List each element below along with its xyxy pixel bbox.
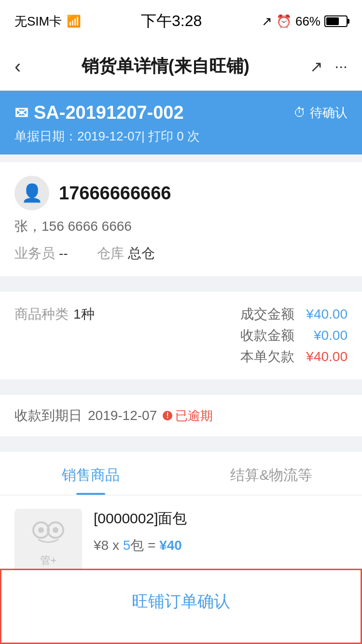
equals-sign: = (148, 538, 155, 553)
product-logo-icon (29, 518, 68, 551)
product-total: ¥40 (159, 538, 182, 553)
multiply-sign: x (112, 538, 119, 553)
product-unit: 包 (130, 538, 144, 553)
owed-amount-row: 本单欠款 ¥40.00 (240, 348, 348, 366)
summary-card: 商品种类 1种 成交金额 ¥40.00 收款金额 ¥0.00 本单欠款 ¥40.… (0, 292, 362, 379)
category-info: 商品种类 1种 (14, 305, 95, 323)
product-title: 面包 (158, 510, 187, 526)
avatar-icon: 👤 (21, 183, 43, 203)
order-id-text: SA-20191207-002 (34, 102, 184, 123)
tab-sales-label: 销售商品 (62, 467, 120, 483)
alarm-icon: ⏰ (276, 14, 292, 29)
order-date-row: 单据日期：2019-12-07| 打印 0 次 (14, 128, 348, 145)
battery-text: 66% (295, 14, 320, 29)
location-icon: ↗ (262, 14, 272, 29)
print-info: | 打印 0 次 (141, 129, 200, 143)
svg-point-2 (38, 527, 44, 533)
tabs-row: 销售商品 结算&物流等 (0, 452, 362, 495)
product-name: [0000002]面包 (94, 509, 187, 529)
confirm-button-container: 旺铺订单确认 (0, 569, 362, 644)
customer-meta: 业务员 -- 仓库 总仓 (14, 244, 348, 263)
svg-point-3 (53, 527, 58, 533)
due-date-card: 收款到期日 2019-12-07 ! 已逾期 (0, 395, 362, 436)
product-price: ¥8 x 5包 = ¥40 (94, 536, 187, 555)
deal-amount-value: ¥40.00 (299, 307, 348, 322)
product-code: [0000002] (94, 510, 158, 526)
category-value: 1种 (73, 305, 95, 323)
divider-3 (0, 436, 362, 444)
product-info: [0000002]面包 ¥8 x 5包 = ¥40 (94, 509, 187, 555)
tab-settlement[interactable]: 结算&物流等 (181, 452, 362, 495)
page-title: 销货单详情(来自旺铺) (82, 55, 250, 78)
received-amount-label: 收款金额 (240, 326, 294, 345)
customer-phone-row: 👤 17666666666 (14, 176, 348, 210)
received-amount-value: ¥0.00 (299, 328, 348, 343)
due-date-value: 2019-12-07 (88, 408, 157, 423)
warehouse-meta: 仓库 总仓 (97, 244, 155, 263)
order-icon: ✉ (14, 103, 28, 123)
logo-text: 管+ (40, 553, 57, 568)
amount-info: 成交金额 ¥40.00 收款金额 ¥0.00 本单欠款 ¥40.00 (240, 305, 348, 366)
battery-indicator (324, 15, 348, 27)
owed-amount-value: ¥40.00 (299, 349, 348, 364)
customer-name: 张，156 6666 6666 (14, 217, 348, 236)
deal-amount-row: 成交金额 ¥40.00 (240, 305, 348, 323)
status-text: 待确认 (310, 104, 348, 121)
warehouse-value: 总仓 (128, 244, 155, 263)
avatar: 👤 (14, 176, 49, 210)
category-label: 商品种类 (14, 305, 69, 323)
price-unit: ¥8 (94, 538, 109, 553)
order-date: 2019-12-07 (77, 129, 141, 143)
tabs-container: 销售商品 结算&物流等 (0, 452, 362, 495)
deal-amount-label: 成交金额 (240, 305, 294, 323)
nav-bar: ‹ 销货单详情(来自旺铺) ↗ ··· (0, 42, 362, 91)
confirm-order-button[interactable]: 旺铺订单确认 (16, 580, 346, 623)
divider-2 (0, 379, 362, 387)
product-thumb-inner: 管+ (29, 518, 68, 568)
received-amount-row: 收款金额 ¥0.00 (240, 326, 348, 345)
product-row: 管+ [0000002]面包 ¥8 x 5包 = ¥40 (14, 509, 348, 576)
date-label: 单据日期： (14, 129, 77, 143)
salesperson-label: 业务员 (14, 244, 55, 263)
status-bar: 无SIM卡 📶 下午3:28 ↗ ⏰ 66% (0, 0, 362, 42)
order-header-card: ✉ SA-20191207-002 ⏱ 待确认 单据日期：2019-12-07|… (0, 91, 362, 154)
status-clock-icon: ⏱ (293, 105, 306, 120)
due-date-label: 收款到期日 (14, 406, 82, 425)
nav-actions: ↗ ··· (310, 57, 348, 76)
customer-card: 👤 17666666666 张，156 6666 6666 业务员 -- 仓库 … (0, 162, 362, 276)
salesperson-meta: 业务员 -- (14, 244, 68, 263)
carrier-text: 无SIM卡 (14, 13, 62, 30)
status-left: 无SIM卡 📶 (14, 13, 81, 30)
warehouse-label: 仓库 (97, 244, 124, 263)
status-right: ↗ ⏰ 66% (262, 14, 348, 29)
overdue-text: 已逾期 (175, 407, 213, 424)
tab-sales-product[interactable]: 销售商品 (0, 452, 181, 495)
tab-settlement-label: 结算&物流等 (230, 467, 312, 483)
product-thumbnail: 管+ (14, 509, 82, 576)
time-display: 下午3:28 (141, 11, 202, 32)
customer-phone: 17666666666 (59, 183, 171, 204)
wifi-icon: 📶 (67, 14, 81, 28)
owed-amount-label: 本单欠款 (240, 348, 294, 366)
overdue-badge: ! 已逾期 (163, 407, 213, 424)
divider-1 (0, 276, 362, 284)
share-icon[interactable]: ↗ (310, 57, 323, 76)
product-qty: 5 (123, 538, 131, 553)
back-button[interactable]: ‹ (14, 56, 21, 77)
order-id-row: ✉ SA-20191207-002 (14, 102, 184, 123)
salesperson-value: -- (59, 246, 68, 261)
overdue-icon: ! (163, 411, 172, 420)
order-status: ⏱ 待确认 (293, 104, 348, 121)
more-icon[interactable]: ··· (334, 57, 348, 75)
summary-row: 商品种类 1种 成交金额 ¥40.00 收款金额 ¥0.00 本单欠款 ¥40.… (14, 305, 348, 366)
